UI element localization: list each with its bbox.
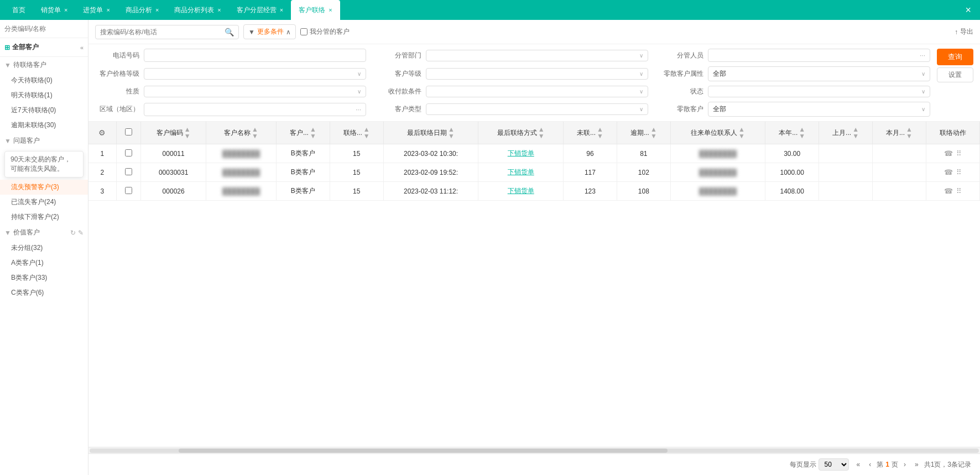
sidebar-item-churned[interactable]: 已流失客户(24) xyxy=(0,195,88,210)
cell-uncontacted: 123 xyxy=(564,182,617,201)
row-checkbox-0[interactable] xyxy=(125,149,132,156)
col-customer-type: 客户... ▲▼ xyxy=(276,122,330,144)
collapse-icon[interactable]: « xyxy=(80,44,84,51)
tab-product-analysis[interactable]: 商品分析 × xyxy=(118,0,166,20)
sort-last-date[interactable]: 最后联络日期 ▲▼ xyxy=(407,126,455,139)
status-select[interactable]: ∨ xyxy=(708,86,930,97)
sort-customer-type[interactable]: 客户... ▲▼ xyxy=(290,126,316,139)
next-page-button[interactable]: › xyxy=(900,460,909,469)
scrollbar-thumb[interactable] xyxy=(179,448,668,453)
close-tab-product-list[interactable]: × xyxy=(217,7,221,13)
more-actions-icon[interactable]: ⠿ xyxy=(956,187,962,195)
sort-overdue[interactable]: 逾期... ▲▼ xyxy=(630,126,657,139)
row-checkbox-1[interactable] xyxy=(125,168,132,175)
sort-contact-person[interactable]: 往来单位联系人 ▲▼ xyxy=(691,126,745,139)
export-button[interactable]: ↑ 导出 xyxy=(955,27,973,36)
sidebar-item-tomorrow-pending[interactable]: 明天待联络(1) xyxy=(0,88,88,103)
region-more-icon[interactable]: ··· xyxy=(356,106,361,113)
sort-this-year[interactable]: 本年... ▲▼ xyxy=(779,126,805,139)
row-checkbox-2[interactable] xyxy=(125,187,132,194)
col-this-month: 本月... ▲▼ xyxy=(873,122,926,144)
sort-customer-code[interactable]: 客户编码 ▲▼ xyxy=(157,126,191,139)
close-tab-customer-tier[interactable]: × xyxy=(280,7,283,13)
cell-last-method: 下销货单 xyxy=(478,144,564,163)
query-button[interactable]: 查询 xyxy=(937,49,973,65)
manager-more-icon[interactable]: ··· xyxy=(920,51,925,59)
sort-customer-name[interactable]: 客户名称 ▲▼ xyxy=(224,126,258,139)
manager-select[interactable]: ··· xyxy=(708,49,930,62)
sidebar-item-7days-pending[interactable]: 近7天待联络(0) xyxy=(0,103,88,118)
horizontal-scrollbar[interactable] xyxy=(88,447,980,453)
sort-this-month[interactable]: 本月... ▲▼ xyxy=(886,126,913,139)
sidebar-item-c-class[interactable]: C类客户(6) xyxy=(0,285,88,300)
retail-attr-select[interactable]: 全部 ∨ xyxy=(708,66,930,81)
close-tab-purchase-order[interactable]: × xyxy=(106,7,110,13)
tab-sales-order[interactable]: 销货单 × xyxy=(33,0,75,20)
contact-icon[interactable]: ☎ xyxy=(944,168,953,176)
select-all-checkbox[interactable] xyxy=(125,128,132,135)
group-pending-contact[interactable]: ▼ 待联络客户 xyxy=(0,57,88,73)
close-tab-sales-order[interactable]: × xyxy=(64,7,67,13)
cell-overdue: 108 xyxy=(617,182,670,201)
customer-level-select[interactable]: ∨ xyxy=(426,68,648,80)
search-input[interactable] xyxy=(100,28,225,36)
filter-retail-attr: 零散客户属性 全部 ∨ xyxy=(659,66,930,81)
first-page-button[interactable]: « xyxy=(853,460,864,469)
tab-customer-contact[interactable]: 客户联络 × xyxy=(291,0,340,20)
nature-select[interactable]: ∨ xyxy=(144,86,366,97)
filter-price-level: 客户价格等级 ∨ xyxy=(95,68,366,80)
table-settings-icon[interactable]: ⚙ xyxy=(98,128,106,137)
sidebar-item-ungrouped[interactable]: 未分组(32) xyxy=(0,241,88,255)
close-tab-product-analysis[interactable]: × xyxy=(155,7,159,13)
sidebar-search-input[interactable] xyxy=(4,25,87,33)
sidebar-item-a-class[interactable]: A类客户(1) xyxy=(0,255,88,270)
cell-this-month xyxy=(873,163,926,182)
cell-customer-type: B类客户 xyxy=(276,163,330,182)
cell-overdue: 102 xyxy=(617,163,670,182)
more-actions-icon[interactable]: ⠿ xyxy=(956,149,962,158)
search-submit-icon[interactable]: 🔍 xyxy=(225,28,234,36)
last-page-button[interactable]: » xyxy=(911,460,922,469)
sidebar-item-churn-warning[interactable]: 流失预警客户(3) xyxy=(0,180,88,195)
col-last-contact-method: 最后联络方式 ▲▼ xyxy=(478,122,564,144)
close-all-tabs[interactable]: × xyxy=(961,4,976,16)
customer-type-select[interactable]: ∨ xyxy=(426,103,648,115)
dept-select[interactable]: ∨ xyxy=(426,50,648,61)
contact-icon[interactable]: ☎ xyxy=(944,149,953,158)
my-customers-checkbox[interactable] xyxy=(300,28,307,35)
tab-home[interactable]: 首页 xyxy=(4,0,33,20)
sidebar-item-today-pending[interactable]: 今天待联络(0) xyxy=(0,73,88,88)
close-tab-customer-contact[interactable]: × xyxy=(329,7,332,13)
sort-contact-count[interactable]: 联络... ▲▼ xyxy=(343,126,370,139)
sidebar-all-customers[interactable]: ⊞ 全部客户 « xyxy=(0,38,88,57)
more-actions-icon[interactable]: ⠿ xyxy=(956,168,962,176)
sidebar-item-declining[interactable]: 持续下滑客户(2) xyxy=(0,210,88,225)
more-filter-button[interactable]: ▼ 更多条件 ∧ xyxy=(243,24,296,39)
edit-icon[interactable]: ✎ xyxy=(78,229,84,237)
prev-page-button[interactable]: ‹ xyxy=(866,460,874,469)
sidebar-item-overdue-contact[interactable]: 逾期未联络(30) xyxy=(0,118,88,133)
payment-select[interactable]: ∨ xyxy=(426,86,648,97)
phone-input[interactable] xyxy=(144,49,366,62)
sort-last-month[interactable]: 上月... ▲▼ xyxy=(832,126,859,139)
group-problem-customers[interactable]: ▼ 问题客户 xyxy=(0,133,88,149)
sort-uncontacted[interactable]: 未联... ▲▼ xyxy=(577,126,603,139)
refresh-icon[interactable]: ↻ xyxy=(70,229,76,237)
tab-product-analysis-list[interactable]: 商品分析列表 × xyxy=(166,0,228,20)
page-size-select[interactable]: 50 100 200 xyxy=(819,458,849,471)
sort-last-method[interactable]: 最后联络方式 ▲▼ xyxy=(497,126,545,139)
price-level-select[interactable]: ∨ xyxy=(144,68,366,80)
my-customers-filter[interactable]: 我分管的客户 xyxy=(300,27,350,36)
retail-select[interactable]: 全部 ∨ xyxy=(708,102,930,117)
sort-arrows-type: ▲▼ xyxy=(310,126,316,139)
tab-purchase-order[interactable]: 进货单 × xyxy=(75,0,117,20)
cell-actions: ☎ ⠿ xyxy=(926,163,979,182)
contact-icon[interactable]: ☎ xyxy=(944,187,953,195)
group-value-customers[interactable]: ▼ 价值客户 ↻ ✎ xyxy=(0,225,88,241)
region-select[interactable]: ··· xyxy=(144,103,366,116)
filter-row-1: 电话号码 分管部门 ∨ 分管人员 xyxy=(95,49,930,62)
tab-customer-tier[interactable]: 客户分层经营 × xyxy=(229,0,291,20)
sidebar-item-b-class[interactable]: B类客户(33) xyxy=(0,270,88,285)
nature-label: 性质 xyxy=(95,87,139,96)
settings-button[interactable]: 设置 xyxy=(937,67,973,82)
